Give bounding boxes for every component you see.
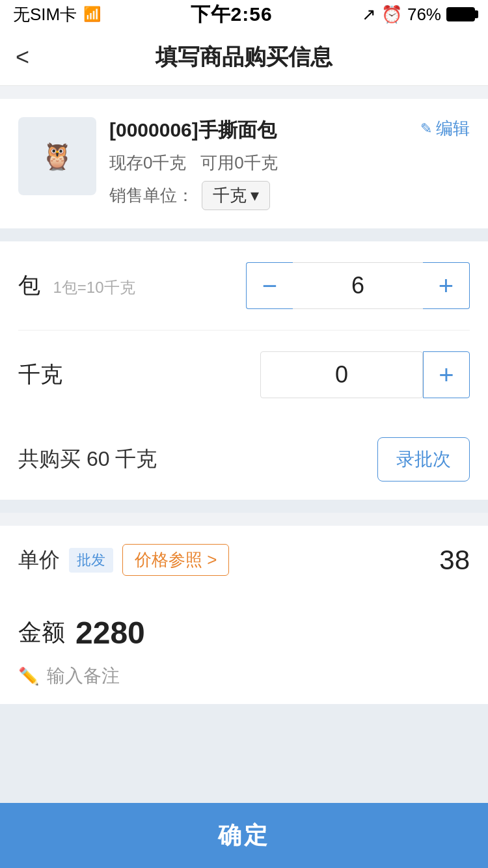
unit-value: 千克 bbox=[213, 184, 247, 207]
bao-decrement-button[interactable]: − bbox=[246, 262, 293, 309]
price-value: 38 bbox=[439, 545, 470, 576]
status-bar: 无SIM卡 📶 下午2:56 ↗ ⏰ 76% bbox=[0, 0, 488, 29]
alarm-icon: ⏰ bbox=[381, 5, 402, 25]
amount-value: 2280 bbox=[75, 615, 145, 651]
time-display: 下午2:56 bbox=[191, 1, 273, 28]
stock-label: 现存0千克 bbox=[109, 153, 186, 172]
edit-icon: ✎ bbox=[420, 120, 432, 137]
pencil-icon: ✏️ bbox=[18, 666, 39, 686]
bao-quantity-row: 包 1包=10千克 − + bbox=[18, 241, 470, 331]
kg-input[interactable] bbox=[260, 351, 423, 398]
nav-bar: < 填写商品购买信息 bbox=[0, 29, 488, 86]
amount-section: 金额 2280 ✏️ 输入备注 bbox=[0, 594, 488, 704]
product-card: 🦉 [0000006]手撕面包 现存0千克 可用0千克 销售单位： 千克 ▾ ✎… bbox=[0, 99, 488, 228]
price-label: 单价 bbox=[18, 546, 60, 575]
product-image: 🦉 bbox=[18, 117, 96, 195]
section-divider-2 bbox=[0, 500, 488, 513]
bao-label-row: 包 1包=10千克 bbox=[18, 271, 246, 301]
product-name: [0000006]手撕面包 bbox=[109, 117, 470, 144]
battery-icon bbox=[446, 7, 475, 21]
remark-placeholder: 输入备注 bbox=[47, 664, 120, 688]
wifi-icon: 📶 bbox=[83, 6, 101, 23]
total-label: 共购买 60 千克 bbox=[18, 445, 157, 474]
bao-input[interactable] bbox=[293, 262, 423, 309]
bao-increment-button[interactable]: + bbox=[423, 262, 470, 309]
bao-sublabel: 1包=10千克 bbox=[53, 278, 135, 296]
bao-controls: − + bbox=[246, 262, 470, 309]
bao-label: 包 bbox=[18, 273, 40, 297]
carrier-text: 无SIM卡 bbox=[13, 3, 77, 26]
price-row: 单价 批发 价格参照 > 38 bbox=[18, 544, 470, 576]
kg-label: 千克 bbox=[18, 360, 260, 390]
battery-text: 76% bbox=[407, 5, 441, 25]
kg-increment-button[interactable]: + bbox=[423, 351, 470, 398]
product-unit-row: 销售单位： 千克 ▾ bbox=[109, 181, 470, 210]
amount-row: 金额 2280 bbox=[18, 615, 470, 651]
location-icon: ↗ bbox=[362, 5, 376, 25]
unit-select[interactable]: 千克 ▾ bbox=[202, 181, 270, 210]
unit-text-label: 销售单位： bbox=[109, 184, 194, 207]
price-label-row: 单价 批发 价格参照 > bbox=[18, 544, 229, 576]
total-section: 共购买 60 千克 录批次 bbox=[0, 419, 488, 500]
amount-label: 金额 bbox=[18, 617, 65, 649]
edit-label: 编辑 bbox=[436, 117, 470, 140]
back-button[interactable]: < bbox=[16, 44, 29, 71]
dropdown-icon: ▾ bbox=[251, 185, 259, 206]
edit-button[interactable]: ✎ 编辑 bbox=[420, 117, 470, 140]
page-title: 填写商品购买信息 bbox=[156, 42, 332, 72]
section-divider-1 bbox=[0, 228, 488, 241]
status-left: 无SIM卡 📶 bbox=[13, 3, 101, 26]
product-stock: 现存0千克 可用0千克 bbox=[109, 152, 470, 174]
confirm-button[interactable]: 确定 bbox=[0, 803, 488, 868]
price-batch-badge: 批发 bbox=[69, 548, 113, 573]
kg-controls: + bbox=[260, 351, 470, 398]
available-label: 可用0千克 bbox=[200, 153, 277, 172]
product-logo-icon: 🦉 bbox=[41, 141, 74, 172]
price-section: 单价 批发 价格参照 > 38 bbox=[0, 526, 488, 594]
product-info: [0000006]手撕面包 现存0千克 可用0千克 销售单位： 千克 ▾ bbox=[109, 117, 470, 210]
kg-quantity-row: 千克 + bbox=[18, 331, 470, 419]
record-batch-button[interactable]: 录批次 bbox=[377, 437, 470, 481]
quantity-section: 包 1包=10千克 − + 千克 + bbox=[0, 241, 488, 419]
status-right: ↗ ⏰ 76% bbox=[362, 5, 475, 25]
remark-row[interactable]: ✏️ 输入备注 bbox=[18, 664, 470, 688]
price-reference-button[interactable]: 价格参照 > bbox=[122, 544, 229, 576]
